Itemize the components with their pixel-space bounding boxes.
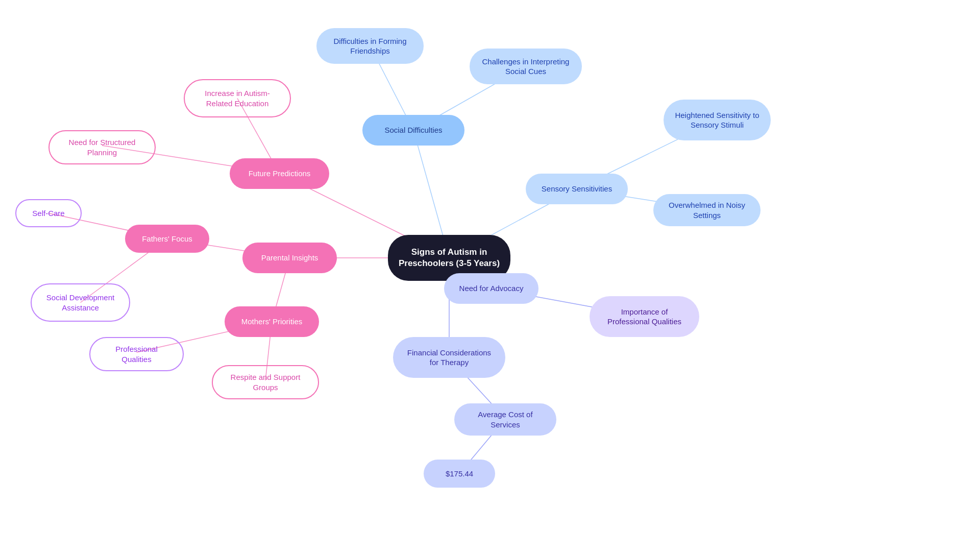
- future-predictions-node: Future Predictions: [230, 158, 329, 189]
- sensory-sensitivities-node: Sensory Sensitivities: [526, 174, 628, 204]
- mothers-priorities-node: Mothers' Priorities: [225, 306, 319, 337]
- mindmap-container: Signs of Autism in Preschoolers (3-5 Yea…: [0, 0, 980, 553]
- social-development-node: Social Development Assistance: [31, 283, 130, 322]
- difficulties-friendships-node: Difficulties in Forming Friendships: [316, 28, 424, 64]
- professional-qualities-node: Professional Qualities: [89, 337, 184, 371]
- financial-therapy-node: Financial Considerations for Therapy: [393, 337, 505, 378]
- need-advocacy-node: Need for Advocacy: [444, 273, 538, 304]
- overwhelmed-noisy-node: Overwhelmed in Noisy Settings: [653, 194, 761, 226]
- average-cost-node: Average Cost of Services: [454, 403, 556, 436]
- fathers-focus-node: Fathers' Focus: [125, 225, 209, 253]
- respite-support-node: Respite and Support Groups: [212, 365, 319, 399]
- self-care-node: Self-Care: [15, 199, 82, 227]
- heightened-sensitivity-node: Heightened Sensitivity to Sensory Stimul…: [664, 100, 771, 140]
- increase-education-node: Increase in Autism-Related Education: [184, 79, 291, 117]
- challenges-social-cues-node: Challenges in Interpreting Social Cues: [470, 49, 582, 84]
- importance-professional-node: Importance of Professional Qualities: [590, 296, 699, 337]
- need-structured-node: Need for Structured Planning: [48, 130, 156, 164]
- social-difficulties-node: Social Difficulties: [362, 115, 464, 146]
- parental-insights-node: Parental Insights: [242, 243, 337, 273]
- price-node: $175.44: [424, 460, 495, 488]
